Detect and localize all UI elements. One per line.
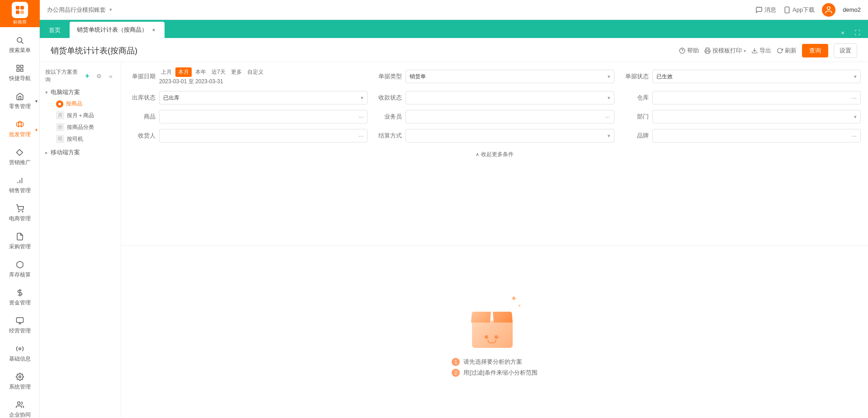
out-status-arrow: ▾ (361, 95, 363, 101)
department-control[interactable]: ▾ (652, 110, 861, 124)
date-tab-last-month[interactable]: 上月 (159, 67, 174, 77)
sidebar-item-wholesale[interactable]: 批发管理 ▴ (0, 115, 39, 143)
hint-text-1: 请先选择要分析的方案 (463, 358, 522, 366)
goods-dots: ··· (359, 113, 364, 120)
date-range-value: 2023-03-01 至 2023-03-31 (159, 78, 368, 86)
date-tab-more[interactable]: 更多 (229, 67, 244, 77)
print-dropdown-icon[interactable]: ▾ (744, 48, 746, 53)
industry-selector[interactable]: 办公用品行业模拟账套 (47, 6, 106, 14)
tree-item-by-month-goods[interactable]: 月 按月＋商品 (40, 109, 121, 121)
sidebar-item-collab[interactable]: 企业协同 (0, 395, 39, 418)
collapse-button[interactable]: ∧ 收起更多条件 (128, 148, 861, 161)
filter-doc-type: 单据类型 销货单 ▾ (375, 67, 614, 86)
inventory-icon (15, 260, 25, 270)
print-button[interactable]: 按模板打印 ▾ (704, 47, 746, 55)
doc-status-control[interactable]: 已生效 ▾ (652, 70, 861, 83)
consignee-control[interactable]: ··· (159, 129, 368, 142)
sidebar-item-label: 快捷导航 (9, 75, 31, 82)
tab-close-icon[interactable]: × (150, 26, 157, 33)
separator (121, 245, 868, 246)
sidebar-menu: 搜索菜单 快捷导航 零售管理 ▾ 批发管理 ▴ (0, 27, 39, 418)
sidebar-item-label: 采购管理 (9, 243, 31, 251)
tree-item-by-category[interactable]: 分 按商品分类 (40, 121, 121, 133)
filter-row-1: 单据日期 上月 本月 本年 近7天 更多 自定义 20 (128, 67, 861, 86)
filter-row-4: 收货人 ··· 结算方式 ▾ (128, 129, 861, 142)
tab-home[interactable]: 首页 (42, 23, 68, 38)
industry-dropdown-icon[interactable]: ▾ (109, 7, 112, 13)
tree-item-by-driver[interactable]: 司 按司机 (40, 133, 121, 145)
filter-date: 单据日期 上月 本月 本年 近7天 更多 自定义 20 (128, 67, 368, 86)
eye-right (495, 335, 498, 339)
doc-type-arrow: ▾ (608, 74, 610, 80)
retail-icon (15, 91, 25, 101)
out-status-control[interactable]: 已出库 ▾ (159, 91, 368, 104)
left-panel: 按以下方案查询 + ⚙ « ▾ 电脑端方案 按商品 (40, 62, 121, 418)
svg-point-14 (19, 211, 19, 212)
collapse-label: 收起更多条件 (481, 151, 514, 158)
export-button[interactable]: 导出 (751, 47, 771, 55)
sidebar-item-system[interactable]: 系统管理 (0, 367, 39, 395)
username[interactable]: demo2 (843, 6, 861, 13)
app-download-button[interactable]: App下载 (783, 6, 815, 14)
sidebar-item-inventory[interactable]: 库存核算 (0, 255, 39, 283)
date-tab-7days[interactable]: 近7天 (210, 67, 227, 77)
sidebar-item-label: 销售管理 (9, 187, 31, 195)
add-scheme-icon[interactable]: + (83, 71, 92, 81)
sidebar-item-label: 批发管理 (9, 131, 31, 138)
settings-button[interactable]: 设置 (834, 43, 857, 58)
sidebar-item-ecommerce[interactable]: 电商管理 (0, 199, 39, 227)
empty-hints: 1 请先选择要分析的方案 2 用[过滤]条件来缩小分析范围 (452, 358, 537, 377)
brand-label: 品牌 (622, 132, 649, 140)
sidebar-item-nav[interactable]: 快捷导航 (0, 59, 39, 87)
warehouse-control[interactable]: ··· (652, 91, 861, 104)
sidebar-item-sales[interactable]: 销售管理 (0, 171, 39, 199)
query-button[interactable]: 查询 (802, 44, 828, 57)
window-expand-btn[interactable]: ⛶ (852, 27, 863, 38)
collab-icon (15, 400, 25, 410)
brand-control[interactable]: ··· (652, 129, 861, 142)
sidebar-item-retail[interactable]: 零售管理 ▾ (0, 87, 39, 115)
goods-control[interactable]: ··· (159, 110, 368, 124)
settlement-control[interactable]: ▾ (406, 129, 614, 142)
sidebar-item-label: 企业协同 (9, 411, 31, 418)
sidebar-item-marketing[interactable]: 营销推广 (0, 143, 39, 171)
date-tab-current-year[interactable]: 本年 (193, 67, 208, 77)
help-button[interactable]: 帮助 (679, 47, 699, 55)
date-tab-current-month[interactable]: 本月 (175, 67, 192, 77)
tab-sales-stats[interactable]: 销货单统计计表（按商品） × (70, 22, 165, 38)
sidebar-item-finance[interactable]: 资金管理 (0, 283, 39, 311)
tree-item-desktop[interactable]: ▾ 电脑端方案 (40, 86, 121, 98)
svg-point-4 (17, 38, 22, 43)
filter-collection-status: 收款状态 ▾ (375, 91, 614, 104)
system-icon (15, 372, 25, 382)
tree-item-label: 按司机 (67, 135, 83, 143)
tree-item-mobile[interactable]: ▸ 移动端方案 (40, 147, 121, 158)
settlement-label: 结算方式 (375, 132, 402, 140)
refresh-button[interactable]: 刷新 (777, 47, 797, 55)
date-tab-custom[interactable]: 自定义 (245, 67, 265, 77)
collection-status-control[interactable]: ▾ (406, 91, 614, 104)
user-avatar[interactable] (822, 3, 835, 17)
sidebar-item-purchase[interactable]: 采购管理 (0, 227, 39, 255)
item-icon: 分 (56, 123, 64, 131)
window-close-btn[interactable]: × (837, 27, 848, 38)
sidebar: 标推荐 搜索菜单 快捷导航 零售管理 ▾ (0, 0, 40, 418)
sidebar-item-basic[interactable]: 基础信息 (0, 339, 39, 367)
salesperson-control[interactable]: ··· (406, 110, 614, 124)
purchase-icon (15, 232, 25, 242)
doc-type-control[interactable]: 销货单 ▾ (406, 70, 614, 83)
settings-scheme-icon[interactable]: ⚙ (94, 71, 104, 81)
collection-status-arrow: ▾ (608, 95, 610, 101)
expand-icon: ▴ (35, 127, 38, 132)
salesperson-label: 业务员 (375, 113, 402, 121)
sidebar-item-search[interactable]: 搜索菜单 (0, 31, 39, 59)
sidebar-item-operation[interactable]: 经营管理 (0, 311, 39, 339)
filter-out-status: 出库状态 已出库 ▾ (128, 91, 368, 104)
app-label: App下载 (793, 6, 815, 14)
logo[interactable]: 标推荐 (0, 0, 40, 27)
message-button[interactable]: 消息 (755, 6, 776, 14)
topbar-left: 办公用品行业模拟账套 ▾ (47, 6, 112, 14)
tree-item-by-goods[interactable]: 按商品 (40, 98, 121, 109)
collapse-panel-icon[interactable]: « (106, 71, 115, 81)
body-layout: 按以下方案查询 + ⚙ « ▾ 电脑端方案 按商品 (40, 62, 868, 418)
